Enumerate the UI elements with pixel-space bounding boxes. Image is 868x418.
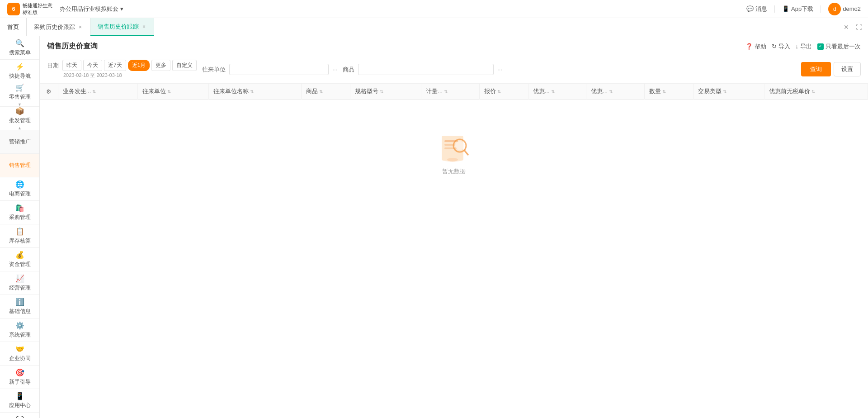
- sort-icon-trade-type: ⇅: [723, 89, 726, 94]
- col-trade-type[interactable]: 交易类型⇅: [693, 84, 764, 100]
- date-btn-more[interactable]: 更多: [151, 60, 170, 71]
- product-input[interactable]: [358, 64, 494, 75]
- partner-input[interactable]: [229, 64, 329, 75]
- sales-promotion-label: 营销推广: [9, 138, 31, 146]
- import-label: 导入: [778, 43, 790, 51]
- date-btn-today[interactable]: 今天: [83, 60, 102, 71]
- workspace-label: 办公用品行业模拟账套: [60, 5, 118, 13]
- tab-sales-history[interactable]: 销售历史价跟踪 ×: [90, 18, 154, 36]
- ecommerce-label: 电商管理: [9, 190, 31, 198]
- sidebar-item-search-menu[interactable]: 🔍 搜索菜单: [0, 36, 39, 60]
- query-button[interactable]: 查询: [801, 62, 831, 76]
- basic-info-label: 基础信息: [9, 308, 31, 315]
- sidebar-item-purchase-mgmt[interactable]: 🛍️ 采购管理: [0, 201, 39, 224]
- settings-button[interactable]: 设置: [834, 62, 861, 76]
- search-menu-label: 搜索菜单: [9, 49, 31, 57]
- avatar: d: [828, 3, 841, 15]
- app-center-label: 应用中心: [9, 402, 31, 409]
- enterprise-collab-label: 企业协同: [9, 355, 31, 362]
- col-spec[interactable]: 规格型号⇅: [350, 84, 421, 100]
- col-quoted-price[interactable]: 报价⇅: [479, 84, 528, 100]
- sidebar-item-basic-info[interactable]: ℹ️ 基础信息: [0, 295, 39, 318]
- wholesale-mgmt-label: 批发管理: [9, 117, 31, 124]
- partner-dots[interactable]: ···: [332, 66, 337, 73]
- sales-mgmt-label: 销售管理: [9, 162, 31, 169]
- col-partner-name[interactable]: 往来单位名称⇅: [209, 84, 302, 100]
- filter-right-buttons: 查询 设置: [801, 62, 861, 76]
- empty-state: 暂无数据: [40, 100, 868, 203]
- partner-filter-label: 往来单位: [202, 64, 226, 74]
- retail-mgmt-icon: 🛒: [15, 83, 24, 92]
- date-range-text: 2023-02-18 至 2023-03-18: [62, 72, 197, 79]
- workspace-selector[interactable]: 办公用品行业模拟账套 ▾: [56, 3, 127, 15]
- col-product[interactable]: 商品⇅: [302, 84, 350, 100]
- col-pre-tax-price[interactable]: 优惠前无税单价⇅: [764, 84, 868, 100]
- retail-expand-icon: ▼: [18, 102, 22, 107]
- system-mgmt-label: 系统管理: [9, 331, 31, 339]
- col-partner-code[interactable]: 往来单位⇅: [138, 84, 209, 100]
- system-mgmt-icon: ⚙️: [15, 321, 24, 330]
- date-btn-yesterday[interactable]: 昨天: [62, 60, 81, 71]
- quick-nav-icon: ⚡: [15, 62, 24, 71]
- sidebar-item-enterprise-collab[interactable]: 🤝 企业协同: [0, 342, 39, 366]
- col-settings[interactable]: ⚙: [40, 84, 58, 100]
- col-discount2[interactable]: 优惠...⇅: [586, 84, 644, 100]
- svg-point-8: [447, 158, 458, 162]
- divider: [774, 5, 775, 13]
- sort-icon-partner-code: ⇅: [167, 89, 171, 94]
- tab-home-label: 首页: [7, 23, 19, 31]
- col-qty[interactable]: 数量⇅: [644, 84, 693, 100]
- app-download-action[interactable]: 📱 App下载: [782, 5, 813, 13]
- new-guide-icon: 🎯: [15, 368, 24, 377]
- tab-sales-history-close[interactable]: ×: [142, 23, 146, 30]
- sidebar-item-sales-promotion[interactable]: 营销推广: [0, 130, 39, 154]
- export-icon: ↓: [796, 43, 799, 50]
- sidebar-item-wholesale-mgmt[interactable]: 📦 批发管理 ▲: [0, 107, 39, 130]
- product-dots[interactable]: ···: [497, 66, 502, 73]
- tab-home[interactable]: 首页: [0, 18, 27, 36]
- col-unit[interactable]: 计量...⇅: [421, 84, 479, 100]
- partner-filter-group: 往来单位 ···: [202, 64, 337, 75]
- app-download-icon: 📱: [782, 5, 789, 12]
- sidebar-item-new-guide[interactable]: 🎯 新手引导: [0, 366, 39, 389]
- window-close-btn[interactable]: ✕: [841, 22, 852, 33]
- ecommerce-icon: 🌐: [15, 180, 24, 189]
- inventory-label: 库存核算: [9, 237, 31, 245]
- help-action[interactable]: ❓ 帮助: [745, 43, 766, 51]
- export-action[interactable]: ↓ 导出: [796, 43, 812, 51]
- sidebar-item-operations-mgmt[interactable]: 📈 经营管理: [0, 271, 39, 295]
- sort-icon-qty: ⇅: [662, 89, 666, 94]
- date-btn-7days[interactable]: 近7天: [104, 60, 126, 71]
- import-action[interactable]: ↻ 导入: [772, 43, 790, 51]
- workspace-dropdown-icon: ▾: [120, 5, 123, 12]
- date-btn-1month[interactable]: 近1月: [128, 60, 150, 71]
- sidebar-item-ecommerce-mgmt[interactable]: 🌐 电商管理: [0, 177, 39, 201]
- sidebar-item-enterprise-wechat[interactable]: 💬 企业微信: [0, 413, 39, 418]
- inventory-icon: 📋: [15, 227, 24, 236]
- sidebar-item-sales-mgmt[interactable]: 销售管理: [0, 154, 39, 177]
- sidebar-item-app-center[interactable]: 📱 应用中心: [0, 389, 39, 413]
- user-action[interactable]: d demo2: [828, 3, 861, 15]
- search-menu-icon: 🔍: [15, 39, 24, 48]
- sort-icon-spec: ⇅: [380, 89, 383, 94]
- sidebar-item-system-mgmt[interactable]: ⚙️ 系统管理: [0, 318, 39, 342]
- table-header: ⚙ 业务发生...⇅ 往来单位⇅ 往来单位名称⇅: [40, 84, 868, 100]
- help-label: 帮助: [755, 43, 766, 51]
- enterprise-wechat-icon: 💬: [15, 415, 24, 418]
- sidebar-item-inventory-check[interactable]: 📋 库存核算: [0, 224, 39, 248]
- sidebar-item-quick-nav[interactable]: ⚡ 快捷导航: [0, 60, 39, 83]
- col-biz-date[interactable]: 业务发生...⇅: [58, 84, 138, 100]
- message-action[interactable]: 💬 消息: [746, 5, 767, 13]
- col-discount1[interactable]: 优惠...⇅: [528, 84, 586, 100]
- window-maximize-btn[interactable]: ⛶: [854, 22, 864, 33]
- tab-sales-history-label: 销售历史价跟踪: [98, 23, 139, 31]
- sidebar-item-finance-mgmt[interactable]: 💰 资金管理: [0, 248, 39, 271]
- date-filter-group: 日期 昨天 今天 近7天 近1月 更多 自定义 2023-02-18 至 202…: [47, 60, 197, 79]
- tab-purchase-history[interactable]: 采购历史价跟踪 ×: [27, 18, 90, 36]
- main-layout: 🔍 搜索菜单 ⚡ 快捷导航 🛒 零售管理 ▼ 📦 批发管理 ▲ 营销推广 销售管…: [0, 36, 868, 418]
- sidebar-item-retail-mgmt[interactable]: 🛒 零售管理 ▼: [0, 83, 39, 107]
- tab-purchase-history-close[interactable]: ×: [78, 24, 83, 31]
- only-last-checkbox[interactable]: 只看最后一次: [817, 43, 861, 51]
- svg-line-7: [464, 150, 468, 155]
- date-btn-custom[interactable]: 自定义: [172, 60, 197, 71]
